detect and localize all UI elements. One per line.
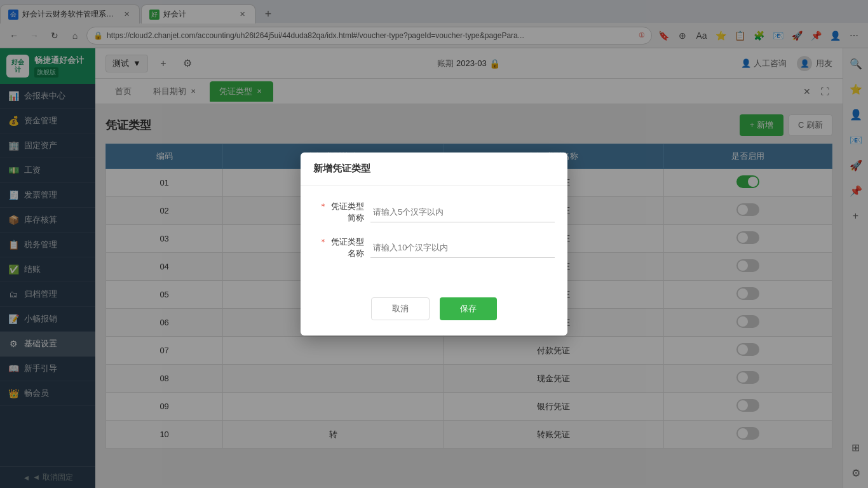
modal-footer: 取消 保存 — [301, 287, 567, 336]
short-label-text: 凭证类型简称 — [331, 201, 364, 222]
form-row-short: ＊ 凭证类型简称 — [313, 201, 555, 224]
short-label: ＊ 凭证类型简称 — [313, 201, 370, 224]
new-voucher-type-modal: 新增凭证类型 ＊ 凭证类型简称 ＊ 凭证类型名称 取消 保存 — [301, 152, 567, 336]
name-label-text: 凭证类型名称 — [331, 237, 364, 258]
form-row-name: ＊ 凭证类型名称 — [313, 236, 555, 259]
required-mark-2: ＊ — [319, 237, 327, 247]
save-button[interactable]: 保存 — [440, 297, 497, 320]
name-label: ＊ 凭证类型名称 — [313, 236, 370, 259]
name-input[interactable] — [370, 238, 555, 258]
short-input[interactable] — [370, 202, 555, 222]
modal-header: 新增凭证类型 — [301, 152, 567, 186]
modal-body: ＊ 凭证类型简称 ＊ 凭证类型名称 — [301, 186, 567, 287]
required-mark: ＊ — [319, 201, 327, 211]
modal-title: 新增凭证类型 — [313, 163, 370, 173]
modal-overlay: 新增凭证类型 ＊ 凭证类型简称 ＊ 凭证类型名称 取消 保存 — [0, 0, 868, 488]
cancel-button[interactable]: 取消 — [371, 297, 430, 320]
